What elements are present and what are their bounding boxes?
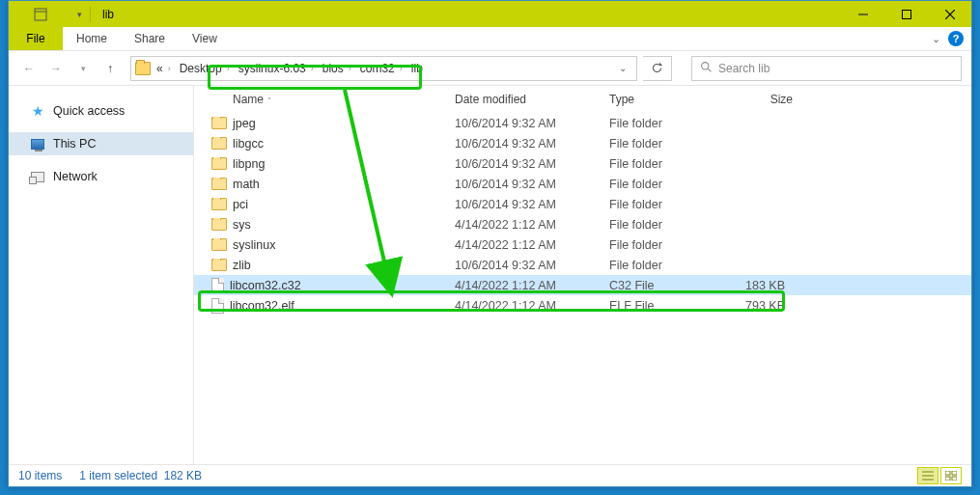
table-row[interactable]: math10/6/2014 9:32 AMFile folder	[194, 174, 971, 194]
file-name: libgcc	[233, 137, 264, 151]
file-size: 793 KB	[715, 299, 793, 313]
crumb-ellipsis[interactable]: «›	[154, 62, 178, 75]
svg-rect-12	[952, 471, 957, 475]
file-type: File folder	[600, 259, 715, 272]
crumb-desktop[interactable]: Desktop›	[178, 62, 237, 75]
titlebar: ▾ lib	[9, 1, 971, 27]
folder-icon	[211, 178, 227, 190]
qat-properties-icon[interactable]	[30, 1, 51, 27]
file-name: libcom32.elf	[230, 299, 294, 313]
table-row[interactable]: libgcc10/6/2014 9:32 AMFile folder	[194, 133, 971, 153]
back-button[interactable]: ←	[18, 58, 40, 79]
file-type: File folder	[600, 238, 715, 252]
explorer-window: ▾ lib File Home Share View ⌄ ? ← → ▾ ↑ «…	[8, 0, 972, 487]
col-name[interactable]: Name˄	[194, 93, 445, 106]
table-row[interactable]: pci10/6/2014 9:32 AMFile folder	[194, 194, 971, 214]
table-row[interactable]: zlib10/6/2014 9:32 AMFile folder	[194, 255, 971, 275]
address-dropdown-icon[interactable]: ⌄	[613, 63, 632, 73]
qat-newfolder-icon[interactable]	[51, 1, 72, 27]
crumb-com32[interactable]: com32›	[358, 62, 409, 75]
recent-dropdown-icon[interactable]: ▾	[72, 58, 94, 79]
file-date: 10/6/2014 9:32 AM	[445, 137, 600, 151]
crumb-lib[interactable]: lib	[409, 62, 425, 75]
close-button[interactable]	[928, 1, 971, 27]
maximize-button[interactable]	[884, 1, 928, 27]
address-bar[interactable]: «› Desktop› syslinux-6.03› bios› com32› …	[130, 56, 637, 81]
view-thumbnails-button[interactable]	[940, 467, 962, 484]
table-row[interactable]: libcom32.c324/14/2022 1:12 AMC32 File183…	[194, 275, 971, 295]
file-date: 4/14/2022 1:12 AM	[445, 279, 600, 292]
folder-icon	[211, 238, 227, 251]
file-size: 183 KB	[715, 279, 793, 292]
pc-icon	[30, 136, 45, 151]
file-date: 10/6/2014 9:32 AM	[445, 117, 600, 130]
minimize-button[interactable]	[841, 1, 884, 27]
file-tab[interactable]: File	[9, 27, 63, 50]
svg-rect-13	[945, 477, 950, 481]
tab-share[interactable]: Share	[121, 27, 179, 50]
col-size[interactable]: Size	[715, 93, 793, 106]
file-icon	[211, 278, 224, 293]
window-title: lib	[102, 8, 114, 21]
svg-rect-3	[902, 10, 910, 18]
file-date: 10/6/2014 9:32 AM	[445, 259, 600, 272]
address-folder-icon	[135, 62, 151, 75]
folder-icon	[211, 198, 227, 210]
tab-home[interactable]: Home	[63, 27, 121, 50]
file-type: File folder	[600, 198, 715, 211]
folder-icon	[211, 259, 227, 271]
col-date[interactable]: Date modified	[445, 93, 600, 106]
file-name: libcom32.c32	[230, 279, 301, 292]
status-bar: 10 items 1 item selected 182 KB	[9, 464, 971, 486]
file-date: 10/6/2014 9:32 AM	[445, 178, 600, 191]
network-icon	[30, 169, 45, 184]
table-row[interactable]: libcom32.elf4/14/2022 1:12 AMELF File793…	[194, 295, 971, 316]
svg-point-6	[702, 62, 709, 69]
table-row[interactable]: libpng10/6/2014 9:32 AMFile folder	[194, 153, 971, 174]
file-name: math	[233, 178, 260, 191]
table-row[interactable]: sys4/14/2022 1:12 AMFile folder	[194, 214, 971, 234]
view-details-button[interactable]	[917, 467, 938, 484]
forward-button[interactable]: →	[45, 58, 67, 79]
up-button[interactable]: ↑	[99, 58, 121, 79]
file-date: 4/14/2022 1:12 AM	[445, 299, 600, 313]
app-icon	[9, 1, 30, 27]
file-date: 10/6/2014 9:32 AM	[445, 157, 600, 171]
file-type: File folder	[600, 117, 715, 130]
folder-icon	[211, 117, 227, 129]
file-icon	[211, 298, 224, 314]
file-type: File folder	[600, 137, 715, 151]
sidebar: ★ Quick access This PC Network	[9, 86, 194, 464]
search-placeholder: Search lib	[718, 62, 770, 75]
table-row[interactable]: syslinux4/14/2022 1:12 AMFile folder	[194, 234, 971, 255]
file-name: jpeg	[233, 117, 256, 130]
crumb-syslinux[interactable]: syslinux-6.03›	[237, 62, 321, 75]
tab-view[interactable]: View	[179, 27, 231, 50]
refresh-button[interactable]	[643, 56, 672, 81]
qat-dropdown-icon[interactable]: ▾	[72, 1, 86, 27]
file-type: File folder	[600, 178, 715, 191]
file-name: pci	[233, 198, 248, 211]
crumb-bios[interactable]: bios›	[321, 62, 358, 75]
folder-icon	[211, 137, 227, 150]
file-date: 4/14/2022 1:12 AM	[445, 218, 600, 232]
folder-icon	[211, 157, 227, 170]
file-type: C32 File	[600, 279, 715, 292]
file-name: sys	[233, 218, 251, 232]
file-name: syslinux	[233, 238, 275, 252]
svg-rect-14	[952, 477, 957, 481]
svg-rect-11	[945, 471, 950, 475]
folder-icon	[211, 218, 227, 231]
sidebar-item-thispc[interactable]: This PC	[9, 132, 193, 155]
file-rows: jpeg10/6/2014 9:32 AMFile folderlibgcc10…	[194, 113, 971, 316]
status-selection: 1 item selected 182 KB	[79, 469, 202, 482]
col-type[interactable]: Type	[600, 93, 715, 106]
file-type: ELF File	[600, 299, 715, 313]
sidebar-item-network[interactable]: Network	[9, 165, 193, 188]
sidebar-item-quickaccess[interactable]: ★ Quick access	[9, 99, 193, 123]
help-icon[interactable]: ?	[948, 31, 964, 46]
search-box[interactable]: Search lib	[691, 56, 962, 81]
table-row[interactable]: jpeg10/6/2014 9:32 AMFile folder	[194, 113, 971, 133]
file-date: 4/14/2022 1:12 AM	[445, 238, 600, 252]
ribbon-collapse-icon[interactable]: ⌄	[932, 33, 940, 45]
